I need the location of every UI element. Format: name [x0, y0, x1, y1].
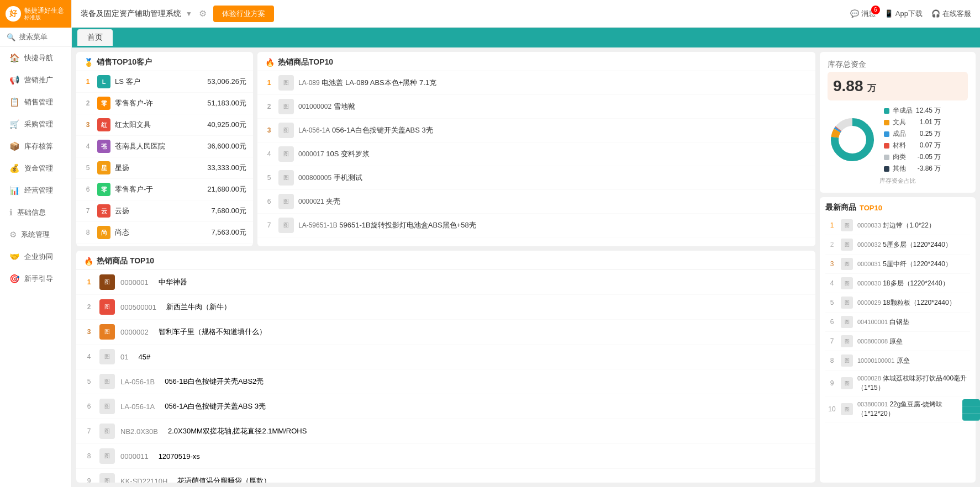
- product-info: 0000017 10S 变料罗浆: [298, 149, 809, 159]
- rank-number: 8: [828, 357, 836, 364]
- sidebar-item-operations[interactable]: 📊 经营管理: [0, 179, 71, 202]
- product-code: 0000033: [857, 222, 881, 229]
- rank-number: 8: [84, 452, 94, 460]
- rank-number: 7: [83, 207, 93, 215]
- customers-panel-header: 🥇 销售TOP10客户: [76, 52, 253, 71]
- product-name: 花语萌值温分腿睡袋（厚款）: [177, 476, 271, 483]
- sidebar-item-marketing[interactable]: 📢 营销推广: [0, 69, 71, 91]
- product-code: 0000002: [120, 328, 149, 336]
- product-name: 夹壳: [326, 197, 340, 205]
- sidebar-logo: 好 畅捷通好生意 标准版: [0, 0, 71, 28]
- messages-button[interactable]: 💬 消息 6: [850, 9, 876, 19]
- list-item: 1 图 0000033 封边带（1.0*22）: [825, 216, 970, 235]
- list-item: 9 图 0000028 体城荔枝味苏打饮品400毫升（1*15）: [825, 370, 970, 396]
- product-name: 5厘中纤（1220*2440）: [883, 260, 952, 268]
- product-code: 0000030: [857, 280, 881, 287]
- rank-number: 5: [83, 164, 93, 172]
- product-code: 001000002: [298, 103, 331, 110]
- sidebar-item-home[interactable]: 🏠 快捷导航: [0, 47, 71, 69]
- table-row: 2 零 零售客户-许 51,183.00元: [76, 93, 253, 114]
- sidebar-item-basic-info[interactable]: ℹ 基础信息: [0, 202, 71, 224]
- trial-button[interactable]: 体验行业方案: [213, 6, 274, 22]
- logo-text: 畅捷通好生意 标准版: [24, 7, 64, 21]
- rank-number: 2: [264, 103, 274, 110]
- product-code: 0000029: [857, 299, 881, 306]
- list-item: 3 图 LA-056-1A 056-1A白色按键开关盖ABS 3壳: [257, 119, 815, 142]
- legend-dot: [884, 143, 889, 149]
- customer-value: 40,925.00元: [207, 120, 246, 130]
- sidebar-item-system[interactable]: ⚙ 系统管理: [0, 224, 71, 246]
- sidebar-item-guide[interactable]: 🎯 新手引导: [0, 268, 71, 290]
- product-thumb: 图: [841, 354, 853, 367]
- rank-number: 3: [84, 328, 94, 336]
- product-name: 056-1A白色按键开关盖ABS 3壳: [165, 401, 266, 411]
- dropdown-arrow-icon[interactable]: ▼: [186, 10, 192, 18]
- topbar-system: 装备及固定资产辅助管理系统 ▼: [81, 9, 192, 19]
- hot-products-panel: 🔥 热销商品TOP10 1 图 LA-089 电池盖 LA-089 ABS本色+…: [257, 52, 815, 246]
- product-code: 01: [120, 353, 128, 361]
- basic-info-icon: ℹ: [9, 208, 13, 218]
- rank-number: 5: [84, 378, 94, 385]
- legend-item: 肉类 -0.05 万: [884, 152, 941, 162]
- sidebar-item-sales[interactable]: 📋 销售管理: [0, 91, 71, 113]
- product-code: LA-056-1B: [120, 378, 155, 386]
- list-item: 5 图 LA-056-1B 056-1B白色按键开关壳ABS2壳: [76, 369, 815, 394]
- product-code: 000500001: [120, 303, 156, 311]
- app-download-button[interactable]: 📱 App下载: [884, 9, 923, 19]
- marketing-icon: 📢: [9, 75, 20, 85]
- product-name: 中华神器: [159, 277, 187, 287]
- middle-area: 🥇 销售TOP10客户 1 L LS 客户 53,006.26元 2 零 零售客…: [72, 47, 820, 487]
- product-info: 004100001 白钢垫: [857, 317, 968, 327]
- sidebar-item-finance[interactable]: 💰 资金管理: [0, 157, 71, 179]
- online-service-label: 在线客服: [942, 9, 971, 19]
- sidebar-item-purchase[interactable]: 🛒 采购管理: [0, 113, 71, 135]
- tab-home[interactable]: 首页: [77, 29, 113, 46]
- top10-badge: TOP10: [860, 204, 882, 212]
- sidebar-item-label: 库存核算: [24, 141, 53, 151]
- product-code: NB2.0X30B: [120, 427, 158, 436]
- list-item: 8 图 10000100001 原垒: [825, 351, 970, 370]
- product-code: 0000017: [298, 150, 324, 158]
- table-row: 4 苍 苍南县人民医院 36,600.00元: [76, 136, 253, 157]
- product-name: 5厘多层（1220*2440）: [883, 241, 952, 248]
- rank-number: 9: [84, 477, 94, 483]
- customer-value: 33,333.00元: [207, 163, 246, 173]
- rank-number: 6: [83, 186, 93, 193]
- cs-live-button[interactable]: 直播: [962, 414, 980, 421]
- product-code: 0000028: [857, 375, 881, 382]
- sidebar-item-label: 系统管理: [21, 230, 50, 240]
- product-name: 2.0X30MM双搓花轴,搓花直径2.1MM/ROHS: [168, 426, 307, 436]
- fire-icon: 🔥: [265, 58, 275, 67]
- rank-number: 3: [828, 260, 836, 268]
- avatar: 苍: [97, 140, 110, 153]
- avatar: 零: [97, 183, 110, 196]
- sidebar-item-inventory[interactable]: 📦 库存核算: [0, 135, 71, 157]
- online-service-button[interactable]: 🎧 在线客服: [931, 9, 971, 19]
- customer-value: 36,600.00元: [207, 141, 246, 151]
- rank-number: 10: [828, 405, 836, 413]
- sales-icon: 📋: [9, 97, 20, 107]
- product-thumb: 图: [841, 377, 853, 389]
- search-menu[interactable]: 🔍 搜索菜单: [0, 28, 71, 47]
- list-item: 10 图 003800001 22g鱼豆腐-烧烤味（1*12*20）: [825, 396, 970, 422]
- list-item: 3 图 0000031 5厘中纤（1220*2440）: [825, 255, 970, 274]
- cs-hotline-button[interactable]: 客服热线: [962, 399, 980, 406]
- product-info: 0000021 夹壳: [298, 197, 809, 207]
- product-thumb: 图: [99, 448, 115, 464]
- app-download-label: App下载: [895, 9, 923, 19]
- cs-community-button[interactable]: 服务社区: [962, 406, 980, 414]
- sidebar-item-label: 资金管理: [24, 163, 53, 173]
- product-name: 45#: [138, 353, 150, 361]
- sidebar-item-collab[interactable]: 🤝 企业协同: [0, 246, 71, 268]
- customer-name: 苍南县人民医院: [115, 141, 203, 151]
- list-item: 6 图 LA-056-1A 056-1A白色按键开关盖ABS 3壳: [76, 394, 815, 419]
- messages-icon: 💬: [850, 9, 859, 18]
- rank-number: 7: [828, 337, 836, 345]
- settings-icon[interactable]: ⚙: [199, 8, 207, 19]
- tabbar: 首页: [72, 28, 980, 47]
- sidebar-item-label: 新手引导: [24, 274, 53, 284]
- rank-number: 9: [828, 379, 836, 387]
- product-thumb: 图: [278, 170, 294, 186]
- sidebar-item-label: 经营管理: [24, 186, 53, 195]
- product-info: 000800005 手机测试: [298, 173, 809, 183]
